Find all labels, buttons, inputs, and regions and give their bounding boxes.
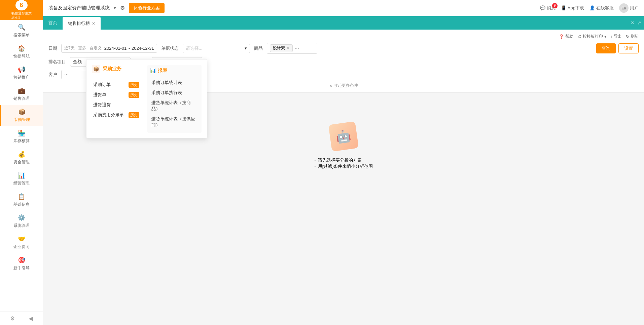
purchase-dropdown-menu: 📦 采购业务 采购订单 历史 进货单 历史 进货退货 xyxy=(86,59,207,138)
purchase-expense-history-badge: 历史 xyxy=(129,112,139,118)
purchase-business-header: 📦 采购业务 xyxy=(92,65,141,76)
purchase-report-header: 📊 报表 xyxy=(150,68,199,74)
sidebar-item-operations[interactable]: 📊 经营管理 xyxy=(0,168,43,190)
voucher-status-label: 单据状态 xyxy=(161,45,179,51)
return-goods-item[interactable]: 进货退货 xyxy=(92,100,141,110)
purchase-order-stats-item[interactable]: 采购订单统计表 xyxy=(150,78,199,88)
empty-illustration: 🤖 xyxy=(320,120,367,153)
customer-label: 客户 xyxy=(48,72,57,78)
system-title: 装备及固定资产辅助管理系统 xyxy=(48,5,110,11)
sidebar-footer: ⚙ ◀ xyxy=(0,312,43,325)
incoming-order-item[interactable]: 进货单 历史 xyxy=(92,90,141,100)
filter-row-1: 日期 近7天 更多 自定义 2024-01-01 ~ 2024-12-31 单据… xyxy=(48,43,639,54)
industry-solution-button[interactable]: 体验行业方案 xyxy=(129,3,165,13)
goods-filter[interactable]: 设计素 ✕ ··· xyxy=(267,43,317,54)
inventory-icon: 🏪 xyxy=(18,129,25,137)
tab-expand-icon[interactable]: ⤢ xyxy=(637,20,641,26)
empty-hint-1: 请先选择要分析的方案 xyxy=(314,157,373,163)
help-icon: ❓ xyxy=(559,34,564,39)
purchase-report-col: 📊 报表 采购订单统计表 采购订单执行表 进货单统计表（按商品） 进货单统计表（… xyxy=(147,65,202,133)
incoming-order-history-badge: 历史 xyxy=(129,92,139,98)
empty-hints: 请先选择要分析的方案 用[过滤]条件来缩小分析范围 xyxy=(314,157,373,169)
sidebar-item-guide[interactable]: 🎯 新手引导 xyxy=(0,253,43,274)
quick-nav-icon: 🏠 xyxy=(18,45,25,52)
tab-close-icon[interactable]: ✕ xyxy=(92,21,95,26)
basic-info-icon: 📋 xyxy=(18,193,25,200)
toolbar-row: ❓ 帮助 🖨 按模板打印 ▾ ↑ 导出 ↻ xyxy=(48,34,639,39)
purchase-icon: 📦 xyxy=(18,108,26,116)
content-area: ❓ 帮助 🖨 按模板打印 ▾ ↑ 导出 ↻ xyxy=(43,30,644,325)
system-icon: ⚙️ xyxy=(18,214,25,221)
search-menu-icon: 🔍 xyxy=(18,24,25,31)
tabbar-actions: ✕ ⤢ xyxy=(631,20,644,26)
sidebar-item-purchase[interactable]: 📦 采购管理 xyxy=(0,105,43,126)
finance-icon: 💰 xyxy=(18,151,25,158)
sidebar-menu: 🔍 搜索菜单 🏠 快捷导航 📢 营销推广 💼 销售管理 📦 采购管理 🏪 xyxy=(0,20,43,312)
purchase-order-history-badge: 历史 xyxy=(129,82,139,88)
sidebar-item-inventory[interactable]: 🏪 库存核算 xyxy=(0,126,43,147)
collapse-up-icon: ∧ xyxy=(329,83,332,88)
sidebar-logo: 6 畅捷通好生意 标准版 xyxy=(0,0,43,20)
sidebar-item-basic-info[interactable]: 📋 基础信息 xyxy=(0,190,43,211)
tab-close-all-icon[interactable]: ✕ xyxy=(631,20,635,26)
date-range-value: 2024-01-01 ~ 2024-12-31 xyxy=(104,46,154,51)
customer-dots[interactable]: ··· xyxy=(64,72,69,78)
goods-dots[interactable]: ··· xyxy=(295,45,299,51)
sidebar-item-finance[interactable]: 💰 资金管理 xyxy=(0,147,43,168)
topbar: 装备及固定资产辅助管理系统 ▾ ⚙ 体验行业方案 💬 消息 9 📱 App下载 … xyxy=(43,0,644,16)
goods-tag-close-icon[interactable]: ✕ xyxy=(286,46,290,51)
incoming-stats-by-goods-item[interactable]: 进货单统计表（按商品） xyxy=(150,98,199,114)
sidebar-item-sales[interactable]: 💼 销售管理 xyxy=(0,84,43,105)
tab-sales-ranking[interactable]: 销售排行榜 ✕ xyxy=(63,17,101,30)
sidebar-item-quick-nav[interactable]: 🏠 快捷导航 xyxy=(0,41,43,63)
print-dropdown-icon: ▾ xyxy=(604,34,606,39)
sidebar-item-search[interactable]: 🔍 搜索菜单 xyxy=(0,20,43,41)
sidebar-item-marketing[interactable]: 📢 营销推广 xyxy=(0,63,43,84)
purchase-order-item[interactable]: 采购订单 历史 xyxy=(92,80,141,90)
tab-home[interactable]: 首页 xyxy=(43,16,63,30)
online-service-button[interactable]: 👤 在线客服 xyxy=(589,5,614,11)
topbar-dropdown[interactable]: ▾ xyxy=(114,5,116,10)
incoming-stats-by-supplier-item[interactable]: 进货单统计表（按供应商） xyxy=(150,114,199,130)
tabbar: 首页 销售排行榜 ✕ ✕ ⤢ xyxy=(43,16,644,30)
collapse-button[interactable]: ∧ 收起更多条件 xyxy=(329,83,358,88)
settings-button[interactable]: 设置 xyxy=(618,43,639,53)
ranking-label: 排名项目 xyxy=(48,59,66,65)
sidebar-settings-icon[interactable]: ⚙ xyxy=(10,315,15,322)
export-icon: ↑ xyxy=(610,34,612,39)
app-download-button[interactable]: 📱 App下载 xyxy=(561,5,584,11)
operations-icon: 📊 xyxy=(18,172,25,179)
message-icon: 💬 xyxy=(540,5,545,10)
message-button[interactable]: 💬 消息 9 xyxy=(540,5,556,11)
sidebar-item-cooperation[interactable]: 🤝 企业协同 xyxy=(0,232,43,253)
date-range-input[interactable]: 近7天 更多 自定义 2024-01-01 ~ 2024-12-31 xyxy=(61,44,157,53)
guide-icon: 🎯 xyxy=(18,256,25,264)
export-button[interactable]: ↑ 导出 xyxy=(610,34,622,39)
purchase-business-header-icon: 📦 xyxy=(92,65,100,73)
date-range-options: 近7天 更多 自定义 xyxy=(64,45,102,51)
topbar-gear-icon[interactable]: ⚙ xyxy=(120,5,125,11)
sidebar-collapse-icon[interactable]: ◀ xyxy=(29,315,33,322)
purchase-order-exec-item[interactable]: 采购订单执行表 xyxy=(150,88,199,98)
mobile-icon: 📱 xyxy=(561,5,566,10)
user-button[interactable]: Ea 用户 xyxy=(619,3,639,13)
purchase-expense-item[interactable]: 采购费用分摊单 历史 xyxy=(92,110,141,120)
user-avatar: Ea xyxy=(619,3,629,13)
empty-robot-icon: 🤖 xyxy=(328,121,359,152)
service-icon: 👤 xyxy=(589,5,595,10)
help-button[interactable]: ❓ 帮助 xyxy=(559,34,573,39)
logo-text: 畅捷通好生意 标准版 xyxy=(11,11,32,20)
sidebar-item-system[interactable]: ⚙️ 系统管理 xyxy=(0,211,43,232)
print-button[interactable]: 🖨 按模板打印 ▾ xyxy=(577,34,606,39)
message-badge: 9 xyxy=(552,3,558,8)
cooperation-icon: 🤝 xyxy=(18,235,25,243)
purchase-business-col: 📦 采购业务 采购订单 历史 进货单 历史 进货退货 xyxy=(92,65,141,133)
print-icon: 🖨 xyxy=(577,34,581,39)
main-area: 装备及固定资产辅助管理系统 ▾ ⚙ 体验行业方案 💬 消息 9 📱 App下载 … xyxy=(43,0,644,325)
marketing-icon: 📢 xyxy=(18,66,25,73)
purchase-report-header-icon: 📊 xyxy=(150,68,156,73)
logo-icon: 6 xyxy=(15,0,28,10)
query-button[interactable]: 查询 xyxy=(596,43,616,53)
voucher-status-select[interactable]: 请选择... ▾ xyxy=(183,44,250,53)
refresh-button[interactable]: ↻ 刷新 xyxy=(626,34,639,39)
